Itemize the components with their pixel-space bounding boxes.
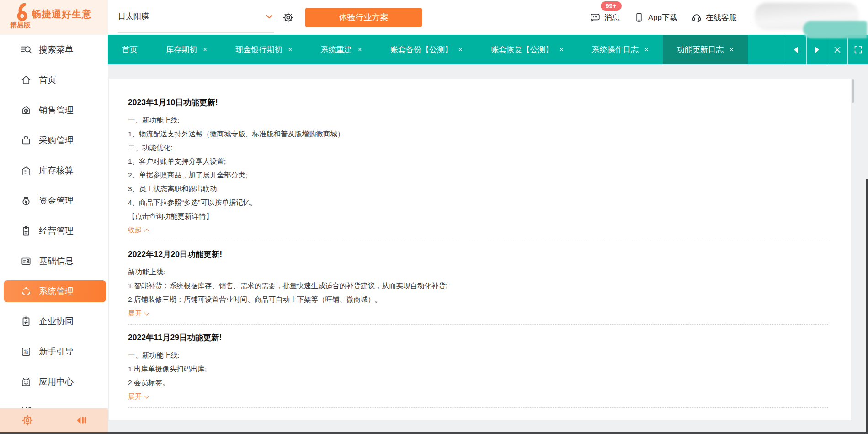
sidebar-item[interactable]: 新手引导 [0,337,108,367]
user-avatar-blurred[interactable] [755,2,864,35]
update-line: 2.会员标签。 [128,376,828,390]
messages-button[interactable]: 消息 99+ [590,12,620,23]
tab-close-icon[interactable]: × [559,46,563,54]
tab[interactable]: 账套备份【公测】 × [376,35,477,64]
tab-list: 首页 库存期初 × 现金银行期初 × 系统重建 × 账套备份【公测】 × 账套恢… [108,35,786,64]
section-toggle-label: 展开 [128,392,142,401]
tab[interactable]: 库存期初 × [152,35,221,64]
section-toggle-link[interactable]: 收起 [128,226,149,235]
update-section-lines: 一、新功能上线:1.出库单摄像头扫码出库;2.会员标签。 [128,348,828,390]
sidebar-item[interactable]: 企业协同 [0,306,108,337]
headset-icon [691,12,702,23]
sidebar-item-label: 资金管理 [39,195,74,207]
sidebar-item-label: 采购管理 [39,134,74,146]
tab[interactable]: 账套恢复【公测】 × [477,35,577,64]
tabs-close-all-button[interactable] [827,35,847,64]
sidebar-item[interactable]: 搜索菜单 [0,35,108,65]
update-line: 1.智能补货：系统根据库存、销售、需求的需要，批量快速生成适合的补货建议，从而实… [128,279,828,293]
update-line[interactable]: 【点击查询功能更新详情】 [128,209,828,223]
account-set-select[interactable]: 日太阳膜 [118,0,274,33]
sidebar-item-label: 基础信息 [39,255,74,267]
screen-edge-bottom [0,432,868,434]
tab-label: 系统重建 [321,44,352,55]
section-toggle-link[interactable]: 展开 [128,392,149,401]
sidebar-item[interactable]: 库存核算 [0,155,108,186]
sidebar-item-label: 销售管理 [39,104,74,116]
screen-edge-right [866,179,868,434]
sidebar-item[interactable]: 经营管理 [0,216,108,246]
sidebar-item-icon [20,104,32,116]
sidebar-item-icon [20,195,32,207]
update-line: 一、新功能上线: [128,113,828,127]
update-section-lines: 一、新功能上线:1、物流配送支持外送帮（微商城专版、标准版和普及版增购微商城）二… [128,113,828,223]
sidebar-item-label: 经营管理 [39,225,74,237]
sidebar-item[interactable] [0,397,108,408]
sidebar-item-label: 新手引导 [39,346,74,358]
tab-close-icon[interactable]: × [730,46,734,54]
tab-label: 功能更新日志 [677,44,724,55]
tab[interactable]: 现金银行期初 × [221,35,306,64]
tab[interactable]: 首页 [108,35,152,64]
sidebar-menu: 搜索菜单 首页 销售管理 采购管理 库存核算 资金管理 经营管理 基础信息 系统… [0,35,108,408]
update-section-title: 2022年12月20日功能更新! [128,249,828,260]
section-toggle-label: 收起 [128,226,142,235]
update-line: 新功能上线: [128,265,828,279]
tab-close-icon[interactable]: × [203,46,207,54]
tab-close-icon[interactable]: × [288,46,292,54]
section-divider [128,241,828,241]
section-divider [128,407,828,408]
tab-close-icon[interactable]: × [458,46,463,54]
online-service-label: 在线客服 [706,12,737,23]
sidebar-item[interactable]: 销售管理 [0,95,108,125]
update-line: 4、商品下拉参照“多选”可以按单据记忆。 [128,196,828,209]
vertical-scrollbar[interactable] [852,79,854,103]
sidebar-item[interactable]: 采购管理 [0,125,108,155]
update-section: 2023年1月10日功能更新! 一、新功能上线:1、物流配送支持外送帮（微商城专… [128,97,828,241]
tabs-next-button[interactable] [806,35,827,64]
trial-industry-plan-button[interactable]: 体验行业方案 [305,8,422,27]
sidebar-item-icon [20,346,32,358]
sidebar-item-icon [20,376,32,388]
sidebar-item-label: 库存核算 [39,165,74,177]
settings-gear-icon[interactable] [282,12,294,23]
update-section-lines: 新功能上线:1.智能补货：系统根据库存、销售、需求的需要，批量快速生成适合的补货… [128,265,828,306]
update-line: 1.出库单摄像头扫码出库; [128,362,828,376]
main-area: 2023年1月10日功能更新! 一、新功能上线:1、物流配送支持外送帮（微商城专… [108,64,868,434]
sidebar-item[interactable]: 首页 [0,65,108,95]
sidebar-item-icon [20,44,32,56]
chevron-icon [144,393,149,398]
tab-close-icon[interactable]: × [358,46,362,54]
sidebar-item[interactable]: 资金管理 [0,186,108,216]
online-service-button[interactable]: 在线客服 [691,12,737,23]
update-section-title: 2023年1月10日功能更新! [128,97,828,108]
sidebar-item[interactable]: 基础信息 [0,246,108,276]
sidebar-item-label: 搜索菜单 [39,44,74,56]
logo-area: 畅捷通好生意 精易版 [0,0,108,35]
sidebar-collapse-icon[interactable] [75,414,87,426]
sidebar-item-icon [20,225,32,237]
tab[interactable]: 系统重建 × [307,35,376,64]
section-toggle-link[interactable]: 展开 [128,309,149,318]
tabs-prev-button[interactable] [786,35,806,64]
app-download-button[interactable]: App下载 [634,12,677,23]
sidebar-item-icon [20,74,32,86]
update-section: 2022年11月29日功能更新! 一、新功能上线:1.出库单摄像头扫码出库;2.… [128,332,828,408]
sidebar-item[interactable]: 系统管理 [0,276,108,306]
messages-label: 消息 [604,12,620,23]
tab-label: 首页 [122,44,138,55]
sidebar-item-icon [20,406,32,408]
app-logo-icon [14,3,30,22]
tab[interactable]: 系统操作日志 × [578,35,663,64]
topbar-actions: 消息 99+ App下载 在线客服 [590,0,751,35]
messages-count-badge: 99+ [601,1,622,11]
fullscreen-button[interactable] [847,35,868,64]
tab[interactable]: 功能更新日志 × [663,35,748,64]
sidebar-settings-gear-icon[interactable] [21,414,33,426]
sidebar-item[interactable]: 应用中心 [0,367,108,397]
update-line: 一、新功能上线: [128,348,828,362]
update-line: 2.店铺装修三期：店铺可设置营业时间、商品可自动上下架等（旺铺、微商城）。 [128,293,828,306]
tab-close-icon[interactable]: × [644,46,649,54]
tab-label: 系统操作日志 [592,44,639,55]
update-section-title: 2022年11月29日功能更新! [128,332,828,343]
chevron-icon [144,229,149,234]
